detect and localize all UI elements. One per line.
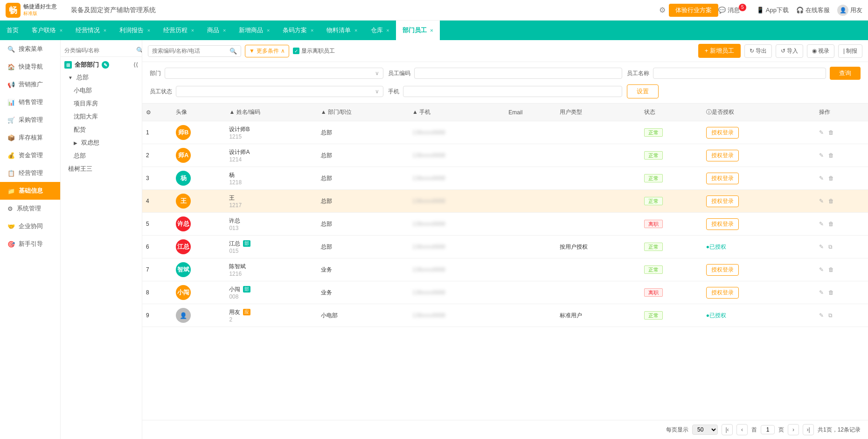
reset-button[interactable]: 设置 bbox=[627, 84, 659, 98]
sidebar-item-marketing[interactable]: 📢 营销推广 bbox=[0, 76, 60, 93]
edit-icon[interactable]: ✎ bbox=[819, 175, 824, 181]
edit-icon[interactable]: ✎ bbox=[819, 129, 824, 136]
close-icon[interactable]: × bbox=[386, 28, 389, 33]
dept-item-hq[interactable]: 总部 bbox=[61, 149, 142, 162]
empname-input[interactable] bbox=[657, 70, 822, 77]
edit-icon[interactable]: ✎ bbox=[819, 198, 824, 204]
close-icon[interactable]: × bbox=[191, 28, 194, 33]
search-input[interactable] bbox=[152, 48, 228, 54]
delete-icon[interactable]: 🗑 bbox=[828, 221, 834, 227]
auth-button[interactable]: 授权登录 bbox=[706, 150, 739, 161]
online-service-button[interactable]: 🎧 在线客服 bbox=[796, 6, 830, 14]
dept-item-headquarters[interactable]: ▼ 总部 bbox=[61, 71, 142, 84]
nav-item-home[interactable]: 首页 bbox=[0, 21, 25, 40]
sidebar-item-basic[interactable]: 📁 基础信息 bbox=[0, 182, 60, 200]
nav-item-operation[interactable]: 经营情况 × bbox=[69, 21, 113, 40]
nav-item-bizhistory[interactable]: 经营历程 × bbox=[157, 21, 201, 40]
status-filter-input[interactable]: ∨ bbox=[176, 86, 383, 97]
nav-item-profit[interactable]: 利润报告 × bbox=[113, 21, 157, 40]
close-icon[interactable]: × bbox=[354, 28, 357, 33]
message-button[interactable]: 💬 消息 5 bbox=[718, 6, 749, 14]
edit-icon[interactable]: ✎ bbox=[819, 244, 824, 250]
th-phone[interactable]: ▲ 手机 bbox=[409, 104, 505, 121]
last-page-button[interactable]: ›| bbox=[803, 424, 814, 435]
close-icon[interactable]: × bbox=[311, 28, 313, 33]
dept-item-project-warehouse[interactable]: 项目库房 bbox=[61, 97, 142, 110]
app-download-button[interactable]: 📱 App下载 bbox=[757, 6, 789, 14]
next-page-button[interactable]: › bbox=[788, 424, 799, 435]
sidebar-item-inventory[interactable]: 📦 库存核算 bbox=[0, 129, 60, 146]
dept-item-distribution[interactable]: 配货 bbox=[61, 123, 142, 136]
dept-item-shenyang[interactable]: 沈阳大库 bbox=[61, 110, 142, 123]
gear-icon[interactable]: ⚙ bbox=[659, 6, 666, 14]
dept-item-zhishu[interactable]: 植树王三 bbox=[61, 162, 142, 175]
sidebar-item-nav[interactable]: 🏠 快捷导航 bbox=[0, 58, 60, 76]
auth-button[interactable]: 授权登录 bbox=[706, 287, 739, 299]
delete-icon[interactable]: 🗑 bbox=[828, 289, 834, 296]
nav-item-addgoods[interactable]: 新增商品 × bbox=[232, 21, 276, 40]
edit-icon[interactable]: ✎ bbox=[819, 266, 824, 273]
search-box[interactable]: 🔍 bbox=[148, 45, 241, 57]
edit-icon[interactable]: ✎ bbox=[819, 312, 824, 319]
trial-button[interactable]: 体验行业方案 bbox=[669, 4, 718, 17]
close-icon[interactable]: × bbox=[223, 28, 226, 33]
edit-icon[interactable]: ✎ bbox=[819, 221, 824, 227]
delete-icon[interactable]: 🗑 bbox=[828, 266, 834, 273]
auth-button[interactable]: 授权登录 bbox=[706, 264, 739, 276]
th-settings[interactable]: ⚙ bbox=[142, 104, 172, 121]
first-page-button[interactable]: |‹ bbox=[722, 424, 733, 435]
sidebar-item-finance[interactable]: 💰 资金管理 bbox=[0, 146, 60, 164]
nav-item-employee[interactable]: 部门员工 × bbox=[396, 21, 440, 40]
nav-item-barcode[interactable]: 条码方案 × bbox=[276, 21, 320, 40]
delete-icon[interactable]: 🗑 bbox=[828, 152, 834, 159]
auth-button[interactable]: 授权登录 bbox=[706, 218, 739, 230]
nav-item-bom[interactable]: 物料清单 × bbox=[320, 21, 364, 40]
collapse-button[interactable]: ⟨⟨ bbox=[133, 62, 138, 68]
show-offline-checkbox[interactable]: ✓ 显示离职员工 bbox=[293, 47, 335, 55]
sidebar-item-guide[interactable]: 🎯 新手引导 bbox=[0, 235, 60, 253]
th-name[interactable]: ▲ 姓名/编码 bbox=[225, 104, 317, 121]
export-button[interactable]: ↻ 导出 bbox=[744, 44, 772, 58]
close-icon[interactable]: × bbox=[430, 28, 433, 33]
sidebar-item-bizmanage[interactable]: 📋 经营管理 bbox=[0, 164, 60, 182]
empcode-filter-input[interactable] bbox=[414, 68, 622, 79]
auth-button[interactable]: 授权登录 bbox=[706, 195, 739, 207]
dept-search-input[interactable] bbox=[64, 47, 134, 54]
dept-search-box[interactable]: 🔍 bbox=[61, 44, 142, 57]
user-button[interactable]: 👤 用友 bbox=[837, 5, 862, 16]
page-number-input[interactable] bbox=[761, 425, 775, 434]
sidebar-item-search[interactable]: 🔍 搜索菜单 bbox=[0, 40, 60, 58]
view-button[interactable]: ◉ 视录 bbox=[807, 44, 834, 58]
auth-button[interactable]: 授权登录 bbox=[706, 127, 739, 139]
empname-filter-input[interactable] bbox=[653, 68, 826, 79]
empcode-input[interactable] bbox=[418, 70, 618, 77]
add-employee-button[interactable]: + 新增员工 bbox=[698, 44, 741, 58]
delete-icon[interactable]: 🗑 bbox=[828, 175, 834, 181]
dept-filter-input[interactable]: ∨ bbox=[165, 68, 383, 79]
copy-icon[interactable]: ⧉ bbox=[828, 244, 833, 250]
phone-filter-input[interactable] bbox=[403, 86, 622, 97]
th-dept[interactable]: ▲ 部门/职位 bbox=[317, 104, 409, 121]
close-icon[interactable]: × bbox=[60, 28, 62, 33]
nav-item-warehouse[interactable]: 仓库 × bbox=[364, 21, 396, 40]
sidebar-item-purchase[interactable]: 🛒 采购管理 bbox=[0, 111, 60, 129]
delete-icon[interactable]: 🗑 bbox=[828, 198, 834, 204]
close-icon[interactable]: × bbox=[104, 28, 106, 33]
dept-edit-icon[interactable]: ✎ bbox=[102, 61, 109, 69]
prev-page-button[interactable]: ‹ bbox=[736, 424, 748, 435]
delete-icon[interactable]: 🗑 bbox=[828, 129, 834, 136]
edit-icon[interactable]: ✎ bbox=[819, 152, 824, 159]
sidebar-item-collab[interactable]: 🤝 企业协同 bbox=[0, 217, 60, 235]
dept-item-shuanglv[interactable]: ▶ 双虑想 bbox=[61, 136, 142, 149]
print-button[interactable]: | 制报 bbox=[838, 44, 862, 58]
query-button[interactable]: 查询 bbox=[830, 67, 861, 80]
more-filter-button[interactable]: ▼ 更多条件 ∧ bbox=[245, 45, 289, 57]
sidebar-item-system[interactable]: ⚙ 系统管理 bbox=[0, 200, 60, 217]
dept-item-small-elec[interactable]: 小电部 bbox=[61, 84, 142, 97]
close-icon[interactable]: × bbox=[267, 28, 270, 33]
nav-item-goods[interactable]: 商品 × bbox=[201, 21, 232, 40]
edit-icon[interactable]: ✎ bbox=[819, 289, 824, 296]
close-icon[interactable]: × bbox=[147, 28, 150, 33]
auth-button[interactable]: 授权登录 bbox=[706, 173, 739, 184]
import-button[interactable]: ↺ 导入 bbox=[776, 44, 803, 58]
